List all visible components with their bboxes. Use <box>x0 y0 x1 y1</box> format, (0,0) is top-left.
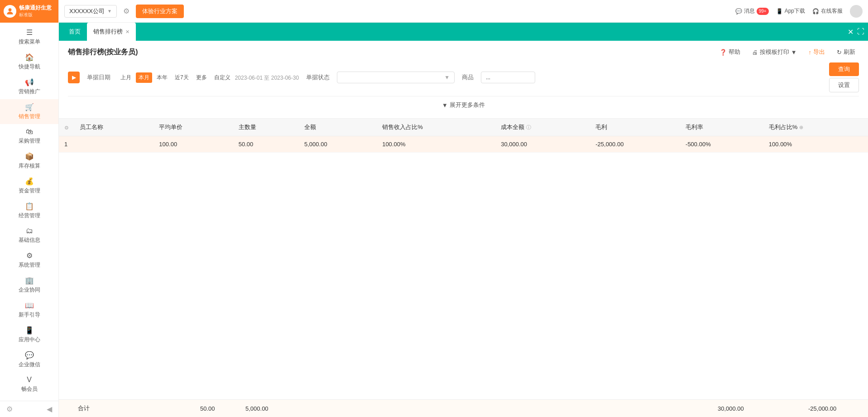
table-footer: 合计 50.00 5,000.00 30,000.00 -25,000.00 <box>59 399 868 417</box>
sidebar-item-search[interactable]: ☰ 搜索菜单 <box>0 24 58 49</box>
trial-button[interactable]: 体验行业方案 <box>136 5 184 18</box>
sidebar-item-label: 搜索菜单 <box>19 38 40 46</box>
print-button[interactable]: 🖨 按模板打印 ▼ <box>748 46 801 58</box>
table-row: 1 100.00 50.00 5,000.00 100.00% 30,000.0… <box>59 136 868 153</box>
sidebar-item-inventory[interactable]: 📦 库存核算 <box>0 149 58 173</box>
tab-sales-ranking[interactable]: 销售排行榜 ✕ <box>87 23 136 41</box>
tabbar-actions: ✕ ⛶ <box>848 28 864 36</box>
page-title: 销售排行榜(按业务员) <box>68 48 138 57</box>
filter-toggle-btn[interactable]: ▶ <box>68 72 80 83</box>
export-button[interactable]: ↑ 导出 <box>805 46 829 58</box>
main-area: XXXXXX公司 ▼ ⚙ 体验行业方案 💬 消息 99+ 📱 App下载 🎧 在… <box>59 0 868 417</box>
data-table: ⚙ 员工名称 平均单价 主数量 全额 销售收入占比% 成本全额 ⓘ 毛利 毛利率 <box>59 119 868 153</box>
sidebar-item-enterprise[interactable]: 🏢 企业协同 <box>0 273 58 297</box>
app-download-icon: 📱 <box>776 8 783 14</box>
company-selector[interactable]: XXXXXX公司 ▼ <box>64 5 117 18</box>
chevron-down-icon: ▼ <box>107 9 112 14</box>
cell-avg-price: 100.00 <box>153 136 233 153</box>
sidebar-item-label: 畅会员 <box>21 385 38 393</box>
user-avatar[interactable] <box>850 5 863 18</box>
footer-gross: -25,000.00 <box>808 405 863 412</box>
sidebar-item-system[interactable]: ⚙ 系统管理 <box>0 248 58 273</box>
refresh-button[interactable]: ↻ 刷新 <box>833 46 859 58</box>
refresh-icon: ↻ <box>837 49 842 56</box>
page-actions: ❓ 帮助 🖨 按模板打印 ▼ ↑ 导出 ↻ 刷新 <box>716 46 859 58</box>
window-maximize-button[interactable]: ⛶ <box>857 28 864 36</box>
date-btn-7days[interactable]: 近7天 <box>172 72 192 83</box>
date-btn-this-year[interactable]: 本年 <box>154 72 170 83</box>
sidebar-item-marketing[interactable]: 📢 营销推广 <box>0 74 58 99</box>
column-settings-icon[interactable]: ⚙ <box>64 125 69 130</box>
wechat-icon: 💬 <box>25 351 34 359</box>
logo-icon <box>4 5 16 18</box>
sidebar-item-label: 企业协同 <box>19 286 40 294</box>
sidebar-item-finance[interactable]: 💰 资金管理 <box>0 173 58 198</box>
tabbar: 首页 销售排行榜 ✕ ✕ ⛶ <box>59 23 868 41</box>
app-logo: 畅康通好生意 标准版 <box>0 0 58 23</box>
date-range-display: 2023-06-01 至 2023-06-30 <box>235 74 299 82</box>
app-download-label: App下载 <box>785 7 805 15</box>
cell-amount: 5,000.00 <box>299 136 377 153</box>
date-filter: 上月 本月 本年 近7天 更多 自定义 2023-06-01 至 2023-06… <box>118 72 299 83</box>
gross-pct-icon: ⊕ <box>799 125 803 130</box>
sidebar-nav: ☰ 搜索菜单 🏠 快捷导航 📢 营销推广 🛒 销售管理 🛍 采购管理 📦 库存核… <box>0 23 58 401</box>
status-select[interactable]: ▼ <box>337 72 455 83</box>
message-btn[interactable]: 💬 消息 99+ <box>735 7 769 15</box>
goods-select[interactable]: ... <box>481 72 535 83</box>
online-service-btn[interactable]: 🎧 在线客服 <box>812 7 843 15</box>
footer-amount: 5,000.00 <box>245 405 300 412</box>
tab-home[interactable]: 首页 <box>62 23 87 41</box>
sidebar-item-member[interactable]: V 畅会员 <box>0 372 58 397</box>
table-body: 1 100.00 50.00 5,000.00 100.00% 30,000.0… <box>59 136 868 153</box>
status-label: 单据状态 <box>306 73 330 81</box>
sidebar-item-purchase[interactable]: 🛍 采购管理 <box>0 124 58 149</box>
enterprise-icon: 🏢 <box>25 276 34 285</box>
expand-button[interactable]: ▼ 展开更多条件 <box>436 98 490 112</box>
finance-icon: 💰 <box>25 177 34 186</box>
footer-cost: 30,000.00 <box>718 405 790 412</box>
collapse-icon[interactable]: ◀ <box>47 405 52 413</box>
app-download-btn[interactable]: 📱 App下载 <box>776 7 805 15</box>
member-icon: V <box>27 376 32 384</box>
query-button[interactable]: 查询 <box>829 62 859 76</box>
date-btn-prev-month[interactable]: 上月 <box>118 72 134 83</box>
status-chevron-icon: ▼ <box>444 74 450 81</box>
help-button[interactable]: ❓ 帮助 <box>716 46 744 58</box>
cell-gross-rate: -500.00% <box>680 136 763 153</box>
app-version: 标准版 <box>19 12 52 18</box>
expand-row: ▼ 展开更多条件 <box>68 96 859 114</box>
sidebar-item-label: 新手引导 <box>19 311 40 319</box>
sidebar-item-appcenter[interactable]: 📱 应用中心 <box>0 322 58 347</box>
filter-actions-right: 查询 设置 <box>829 62 859 92</box>
purchase-icon: 🛍 <box>26 128 33 136</box>
sidebar-item-shortcut[interactable]: 🏠 快捷导航 <box>0 49 58 74</box>
home-icon: 🏠 <box>25 53 34 62</box>
page-header: 销售排行榜(按业务员) ❓ 帮助 🖨 按模板打印 ▼ ↑ 导出 ↻ 刷新 <box>59 41 868 58</box>
th-gross: 毛利 <box>590 119 680 136</box>
sidebar-item-operation[interactable]: 📋 经营管理 <box>0 198 58 223</box>
topbar: XXXXXX公司 ▼ ⚙ 体验行业方案 💬 消息 99+ 📱 App下载 🎧 在… <box>59 0 868 23</box>
tab-close-icon[interactable]: ✕ <box>125 29 129 35</box>
export-icon: ↑ <box>809 49 812 56</box>
settings-button[interactable]: 设置 <box>829 78 859 92</box>
goods-label: 商品 <box>462 73 474 81</box>
sidebar-item-label: 采购管理 <box>19 137 40 145</box>
th-gross-rate: 毛利率 <box>680 119 763 136</box>
sidebar-item-basic[interactable]: 🗂 基础信息 <box>0 223 58 248</box>
th-settings: ⚙ <box>59 119 74 136</box>
settings-icon[interactable]: ⚙ <box>6 405 13 413</box>
date-btn-this-month[interactable]: 本月 <box>136 72 152 83</box>
sidebar-item-guide[interactable]: 📖 新手引导 <box>0 297 58 322</box>
date-btn-custom[interactable]: 自定义 <box>211 72 233 83</box>
sidebar-item-sales[interactable]: 🛒 销售管理 <box>0 99 58 124</box>
footer-row: 合计 50.00 5,000.00 30,000.00 -25,000.00 <box>64 404 863 412</box>
expand-label: 展开更多条件 <box>450 101 485 109</box>
message-label: 消息 <box>744 7 755 15</box>
sidebar-item-wechat[interactable]: 💬 企业微信 <box>0 347 58 372</box>
guide-icon: 📖 <box>25 301 34 310</box>
window-close-button[interactable]: ✕ <box>848 28 854 36</box>
date-btn-more[interactable]: 更多 <box>193 72 210 83</box>
topbar-settings-icon[interactable]: ⚙ <box>121 5 131 17</box>
cell-cost: 30,000.00 <box>495 136 590 153</box>
sidebar-item-label: 库存核算 <box>19 162 40 170</box>
